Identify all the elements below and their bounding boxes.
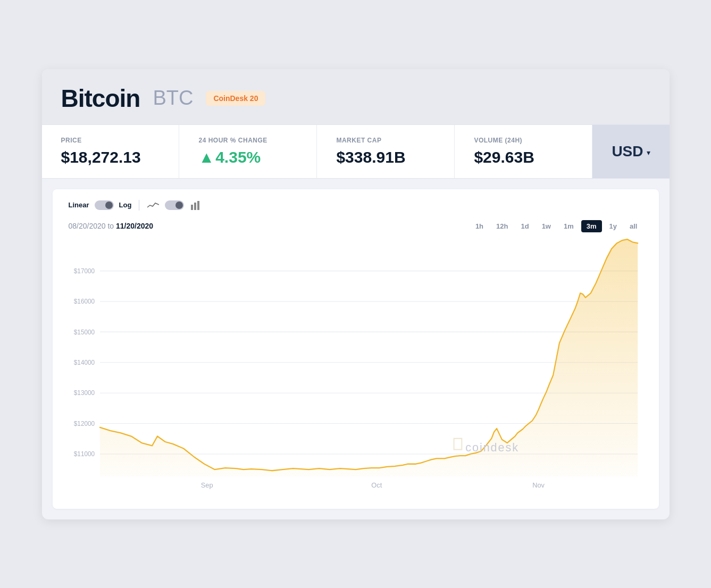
- svg-rect-22: [454, 438, 462, 449]
- date-to-label: to: [107, 222, 114, 230]
- svg-rect-0: [191, 205, 193, 210]
- time-btn-1d[interactable]: 1d: [515, 220, 534, 232]
- price-stat: PRICE $18,272.13: [42, 125, 180, 178]
- scale-toggle[interactable]: [95, 200, 114, 210]
- marketcap-stat: MARKET CAP $338.91B: [317, 125, 455, 178]
- volume-label: VOLUME (24H): [474, 137, 573, 144]
- svg-text:coindesk: coindesk: [465, 440, 519, 454]
- svg-text:$13000: $13000: [73, 389, 95, 397]
- svg-rect-1: [194, 203, 196, 210]
- price-chart-svg: $17000 $16000 $15000 $14000 $13000 $1200…: [69, 238, 643, 493]
- time-btn-1y[interactable]: 1y: [604, 220, 622, 232]
- time-btn-3m[interactable]: 3m: [581, 220, 602, 232]
- chart-header-row: 08/20/2020 to 11/20/2020 1h 12h 1d 1w 1m…: [69, 220, 643, 232]
- chart-type-toggle[interactable]: [165, 200, 184, 210]
- svg-text:$16000: $16000: [73, 297, 95, 305]
- scale-linear-label: Linear: [69, 201, 89, 209]
- time-btn-1w[interactable]: 1w: [537, 220, 556, 232]
- arrow-up-icon: ▲: [198, 148, 214, 166]
- toggle-dot: [105, 201, 113, 209]
- stats-bar: PRICE $18,272.13 24 HOUR % CHANGE ▲4.35%…: [42, 124, 670, 179]
- coindesk20-badge[interactable]: CoinDesk 20: [206, 91, 265, 106]
- chart-area: $17000 $16000 $15000 $14000 $13000 $1200…: [69, 238, 643, 493]
- currency-selector[interactable]: USD ▾: [592, 125, 669, 178]
- currency-value: USD: [612, 143, 643, 160]
- coin-name: Bitcoin: [61, 84, 140, 113]
- change-stat: 24 HOUR % CHANGE ▲4.35%: [179, 125, 317, 178]
- svg-text:$12000: $12000: [73, 419, 95, 427]
- line-chart-icon[interactable]: [147, 200, 160, 210]
- divider: [139, 200, 139, 211]
- chart-controls: Linear Log: [69, 200, 643, 211]
- svg-rect-2: [197, 201, 199, 210]
- header: Bitcoin BTC CoinDesk 20: [42, 69, 670, 124]
- svg-text:$15000: $15000: [73, 328, 95, 335]
- change-label: 24 HOUR % CHANGE: [198, 137, 297, 144]
- volume-value: $29.63B: [474, 148, 573, 166]
- date-from: 08/20/2020: [69, 222, 106, 230]
- time-btn-12h[interactable]: 12h: [491, 220, 513, 232]
- currency-dropdown-icon: ▾: [647, 148, 650, 157]
- bar-chart-icon[interactable]: [189, 200, 202, 210]
- time-btn-1m[interactable]: 1m: [558, 220, 579, 232]
- stats-group: PRICE $18,272.13 24 HOUR % CHANGE ▲4.35%…: [42, 125, 593, 178]
- main-card: Bitcoin BTC CoinDesk 20 PRICE $18,272.13…: [42, 69, 670, 519]
- scale-log-label: Log: [119, 201, 132, 209]
- change-value: ▲4.35%: [198, 148, 297, 166]
- svg-text:Nov: Nov: [532, 481, 545, 489]
- date-to: 11/20/2020: [116, 222, 153, 230]
- svg-text:$11000: $11000: [73, 450, 95, 457]
- svg-text:$14000: $14000: [73, 358, 95, 366]
- time-btn-all[interactable]: all: [624, 220, 642, 232]
- chart-container: Linear Log: [53, 189, 659, 509]
- price-label: PRICE: [61, 137, 160, 144]
- volume-stat: VOLUME (24H) $29.63B: [455, 125, 592, 178]
- time-btn-1h[interactable]: 1h: [470, 220, 489, 232]
- coin-ticker: BTC: [153, 87, 193, 110]
- svg-text:Sep: Sep: [200, 481, 213, 489]
- time-buttons: 1h 12h 1d 1w 1m 3m 1y all: [470, 220, 643, 232]
- svg-text:Oct: Oct: [371, 481, 382, 489]
- svg-text:$17000: $17000: [73, 267, 95, 274]
- date-range: 08/20/2020 to 11/20/2020: [69, 222, 154, 230]
- chart-toggle-dot: [175, 201, 183, 209]
- marketcap-value: $338.91B: [336, 148, 435, 166]
- price-value: $18,272.13: [61, 148, 160, 166]
- marketcap-label: MARKET CAP: [336, 137, 435, 144]
